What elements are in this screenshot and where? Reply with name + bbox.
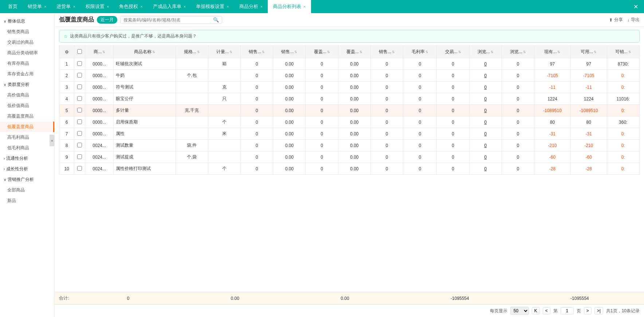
search-input[interactable] [123, 17, 213, 23]
col-cover2[interactable]: 覆盖...⇅ [338, 46, 370, 58]
row-browse1[interactable]: 0 [469, 116, 502, 128]
col-unit[interactable]: 计量...⇅ [208, 46, 240, 58]
sidebar-item-category-turnover[interactable]: 商品分类动销率 [0, 48, 54, 58]
close-icon[interactable]: × [73, 4, 75, 9]
sidebar-item-sales-goods[interactable]: 销售类商品 [0, 27, 54, 37]
row-browse1[interactable]: 0 [469, 151, 502, 163]
sidebar-item-low-coverage[interactable]: 低覆盖度商品 [0, 122, 54, 132]
sidebar-section-richness[interactable]: ∨ 类群度分析 [0, 79, 54, 90]
col-browse1[interactable]: 浏览...⇅ [469, 46, 502, 58]
page-size-select[interactable]: 50 10 20 100 [510, 307, 529, 315]
row-checkbox[interactable] [74, 128, 85, 140]
window-close-button[interactable]: ✕ [631, 3, 641, 10]
sidebar-item-high-value[interactable]: 高价值商品 [0, 90, 54, 100]
col-sales1[interactable]: 销售...⇅ [241, 46, 273, 58]
row-checkbox[interactable] [74, 140, 85, 151]
row-available: 1224 [570, 93, 607, 105]
row-browse1[interactable]: 0 [469, 163, 502, 175]
row-checkbox[interactable] [74, 93, 85, 105]
row-browse1[interactable]: 0 [469, 82, 502, 93]
row-sales2: 0.00 [273, 70, 306, 82]
col-checkbox[interactable] [74, 46, 85, 58]
table-row: 3 0000... 符号测试 克 0 0.00 0 0.00 0 0 0 0 0… [59, 82, 640, 93]
row-unit [208, 105, 240, 116]
row-cover1: 0 [306, 116, 338, 128]
sidebar-section-flow[interactable]: › 流通性分析 [0, 153, 54, 164]
sidebar-section-overall[interactable]: ∨ 整体信息 [0, 16, 54, 27]
col-sales3[interactable]: 销售...⇅ [370, 46, 403, 58]
row-browse1[interactable]: 0 [469, 70, 502, 82]
nav-home[interactable]: 首页 [3, 0, 23, 13]
close-icon[interactable]: × [107, 4, 109, 9]
time-filter-badge[interactable]: 近一月 [97, 16, 117, 24]
sidebar-item-new-goods[interactable]: 新品 [0, 195, 54, 206]
sidebar-section-growth[interactable]: › 成长性分析 [0, 164, 54, 174]
row-browse1[interactable]: 0 [469, 140, 502, 151]
row-checkbox[interactable] [74, 163, 85, 175]
row-browse1[interactable]: 0 [469, 128, 502, 140]
row-code: 0024... [85, 151, 114, 163]
nav-permission-settings[interactable]: 权限设置 × [80, 0, 114, 13]
close-icon[interactable]: × [184, 4, 186, 9]
sidebar-item-high-margin[interactable]: 高毛利商品 [0, 132, 54, 143]
search-icon[interactable]: 🔍 [213, 17, 219, 23]
nav-product-warehousing[interactable]: 产成品入库单 × [148, 0, 191, 13]
close-icon[interactable]: × [260, 4, 263, 9]
col-cover1[interactable]: 覆盖...⇅ [306, 46, 338, 58]
close-icon[interactable]: × [140, 4, 142, 9]
row-checkbox[interactable] [74, 70, 85, 82]
next-page-button[interactable]: > [584, 307, 592, 314]
sidebar-item-all-goods[interactable]: 全部商品 [0, 185, 54, 195]
top-navigation: 首页 销货单 × 进货单 × 权限设置 × 角色授权 × 产成品入库单 × 单据… [0, 0, 644, 13]
row-checkbox[interactable] [74, 82, 85, 93]
nav-sales-order[interactable]: 销货单 × [23, 0, 51, 13]
share-button[interactable]: ⬆ 分享 [609, 17, 623, 23]
nav-purchase-order[interactable]: 进货单 × [51, 0, 80, 13]
col-gross[interactable]: 毛利率⇅ [403, 46, 437, 58]
nav-product-analysis-list[interactable]: 商品分析列表 × [268, 0, 311, 13]
col-sellable[interactable]: 可销...⇅ [607, 46, 639, 58]
row-browse1[interactable]: 0 [469, 93, 502, 105]
select-all-checkbox[interactable] [77, 49, 82, 54]
close-icon[interactable]: × [227, 4, 229, 9]
chevron-right-icon: › [4, 167, 5, 171]
row-code: 0000... [85, 93, 114, 105]
sidebar-item-stock-goods[interactable]: 有库存商品 [0, 58, 54, 69]
sidebar-item-low-value[interactable]: 低价值商品 [0, 100, 54, 111]
last-page-button[interactable]: >| [594, 307, 603, 314]
row-sales2: 0.00 [273, 82, 306, 93]
col-browse2[interactable]: 浏览...⇅ [502, 46, 534, 58]
sidebar-collapse-button[interactable]: « [50, 135, 55, 146]
close-icon[interactable]: × [44, 4, 46, 9]
row-checkbox[interactable] [74, 58, 85, 70]
sidebar-item-stock-fund[interactable]: 库存资金占用 [0, 69, 54, 79]
row-sales1: 0 [241, 105, 273, 116]
col-sales2[interactable]: 销售...⇅ [273, 46, 306, 58]
sidebar-section-marketing[interactable]: ∨ 营销推广分析 [0, 174, 54, 185]
page-total-label: 页 [577, 308, 581, 314]
col-current[interactable]: 现有...⇅ [534, 46, 571, 58]
sidebar-item-high-coverage[interactable]: 高覆盖度商品 [0, 111, 54, 122]
close-icon[interactable]: × [303, 4, 306, 9]
row-available: -28 [570, 163, 607, 175]
col-spec[interactable]: 规格...⇅ [176, 46, 208, 58]
row-checkbox[interactable] [74, 151, 85, 163]
prev-page-button[interactable]: < [543, 307, 550, 314]
nav-role-auth[interactable]: 角色授权 × [114, 0, 148, 13]
export-button[interactable]: ↓ 导出 [627, 17, 640, 23]
sidebar-item-low-margin[interactable]: 低毛利商品 [0, 143, 54, 153]
page-number-input[interactable] [561, 307, 574, 314]
col-available[interactable]: 可用...⇅ [570, 46, 607, 58]
nav-product-analysis[interactable]: 商品分析 × [234, 0, 268, 13]
row-browse1[interactable]: 0 [469, 58, 502, 70]
row-browse1[interactable]: 0 [469, 105, 502, 116]
row-checkbox[interactable] [74, 116, 85, 128]
first-page-button[interactable]: K [532, 307, 540, 314]
col-trade[interactable]: 交易...⇅ [437, 46, 469, 58]
col-settings[interactable]: ⚙ [59, 46, 74, 58]
col-code[interactable]: 商...⇅ [85, 46, 114, 58]
sidebar-item-traded-goods[interactable]: 交易过的商品 [0, 37, 54, 48]
nav-template-settings[interactable]: 单据模板设置 × [191, 0, 234, 13]
col-name[interactable]: 商品名称⇅ [114, 46, 176, 58]
row-checkbox[interactable] [74, 105, 85, 116]
